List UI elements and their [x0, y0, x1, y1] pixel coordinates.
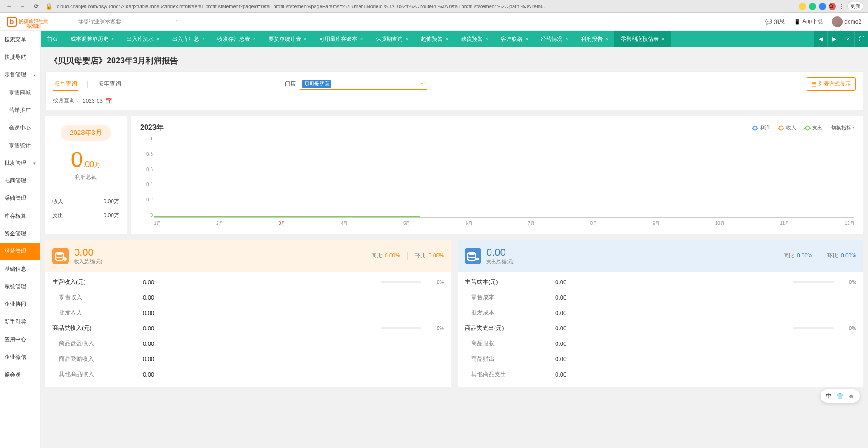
- sidebar-item[interactable]: 电商管理: [0, 172, 40, 190]
- tab[interactable]: 首页: [41, 31, 64, 47]
- tenant-name: 母婴行业演示账套: [78, 18, 121, 25]
- tab[interactable]: 要货单统计表×: [262, 31, 313, 47]
- tab[interactable]: 成本调整单历史×: [64, 31, 120, 47]
- tab-next[interactable]: ▶: [827, 31, 841, 47]
- list-icon: ▤: [811, 81, 816, 87]
- svg-point-0: [56, 252, 64, 255]
- close-icon[interactable]: ×: [445, 36, 448, 42]
- close-icon[interactable]: ×: [406, 36, 408, 42]
- close-icon[interactable]: ×: [253, 36, 255, 42]
- legend-expense[interactable]: 支出: [804, 124, 822, 131]
- sidebar-item[interactable]: 资金管理: [0, 225, 40, 243]
- messages-button[interactable]: 💬消息: [765, 18, 785, 25]
- tab[interactable]: 出入库汇总×: [166, 31, 211, 47]
- user-menu[interactable]: demo2: [832, 16, 861, 27]
- forward-icon[interactable]: →: [18, 2, 27, 11]
- tab[interactable]: 保质期查询×: [369, 31, 415, 47]
- sidebar-item[interactable]: 库存核算: [0, 207, 40, 225]
- sidebar-item[interactable]: 应用中心: [0, 331, 40, 348]
- ext-icon[interactable]: [799, 3, 806, 10]
- sidebar-item[interactable]: 快捷导航: [0, 48, 40, 66]
- app-topbar: b 畅捷通好生意 标准版 母婴行业演示账套 ﹀ 💬消息 📱App下载 demo2: [0, 13, 868, 31]
- close-icon[interactable]: ×: [156, 36, 159, 42]
- tab-bar: 首页成本调整单历史×出入库流水×出入库汇总×收发存汇总表×要货单统计表×可用量库…: [41, 31, 868, 47]
- close-icon[interactable]: ×: [111, 36, 114, 42]
- tab[interactable]: 利润报告×: [575, 31, 614, 47]
- phone-icon: 📱: [794, 19, 801, 25]
- expense-icon: [465, 248, 481, 264]
- close-icon[interactable]: ×: [360, 36, 363, 42]
- sidebar-item[interactable]: 批发管理▾: [0, 154, 40, 172]
- income-panel: 0.00 收入总额(元) 同比0.00% 环比0.00% 主营收入(元)0.00…: [45, 240, 451, 387]
- tab[interactable]: 零售利润预估表×: [614, 31, 670, 47]
- tab[interactable]: 客户联络×: [495, 31, 534, 47]
- sidebar-item[interactable]: 零售管理▴: [0, 66, 40, 84]
- store-select[interactable]: 门店 贝贝母婴店 ﹀: [285, 79, 427, 90]
- svg-point-3: [468, 252, 476, 255]
- ext-icon[interactable]: [809, 3, 816, 10]
- filter-tab-year[interactable]: 按年查询: [97, 78, 122, 91]
- sidebar-item[interactable]: 会员中心: [0, 119, 40, 137]
- sidebar-item[interactable]: 企业微信: [0, 348, 40, 366]
- tab[interactable]: 经营情况×: [534, 31, 574, 47]
- chart-line: [154, 216, 420, 217]
- caret-icon: ▴: [33, 73, 36, 77]
- tab-close-all[interactable]: ✕: [841, 31, 854, 47]
- table-row: 批发成本0.00: [465, 305, 856, 320]
- ext-menu-icon[interactable]: ⋮: [839, 3, 844, 10]
- filter-card: 按月查询 按年查询 门店 贝贝母婴店 ﹀ ▤ 列表方式显示: [45, 71, 863, 110]
- tab[interactable]: 出入库流水×: [120, 31, 165, 47]
- sidebar-item[interactable]: 企业协同: [0, 295, 40, 313]
- close-icon[interactable]: ×: [202, 36, 205, 42]
- switch-metric[interactable]: 切换指标 ›: [831, 124, 854, 131]
- sidebar-item[interactable]: 搜索菜单: [0, 31, 40, 48]
- tab[interactable]: 可用量库存账本×: [313, 31, 369, 47]
- extension-icons: ✿ ⋮ 更新: [799, 2, 863, 10]
- sidebar-item[interactable]: 零售统计: [0, 137, 40, 154]
- back-icon[interactable]: ←: [5, 2, 14, 11]
- sidebar: 搜索菜单快捷导航零售管理▴零售商城营销推广会员中心零售统计批发管理▾电商管理采购…: [0, 31, 41, 448]
- table-row: 主营收入(元)0.000%: [52, 274, 444, 290]
- sidebar-item[interactable]: 基础信息: [0, 260, 40, 278]
- ext-icon[interactable]: ✿: [829, 3, 836, 10]
- close-icon[interactable]: ×: [525, 36, 528, 42]
- legend-profit[interactable]: 利润: [752, 124, 770, 131]
- tab[interactable]: 超储预警×: [415, 31, 454, 47]
- sidebar-item[interactable]: 畅会员: [0, 366, 40, 384]
- expense-panel: 0.00 支出总额(元) 同比0.00% 环比0.00% 主营成本(元)0.00…: [458, 240, 863, 387]
- close-icon[interactable]: ×: [605, 36, 608, 42]
- url-bar[interactable]: cloud.chanjet.com/hsy/u4oor74daqxh/lole3…: [57, 4, 794, 9]
- month-query-value[interactable]: 2023-03: [83, 98, 103, 104]
- ime-widget[interactable]: 中 👕 ☻: [821, 389, 860, 403]
- sidebar-item[interactable]: 经营管理: [0, 243, 40, 260]
- close-icon[interactable]: ×: [565, 36, 568, 42]
- sidebar-item[interactable]: 系统管理: [0, 278, 40, 295]
- browser-bar: ← → ⟳ 🔒 cloud.chanjet.com/hsy/u4oor74daq…: [0, 0, 868, 13]
- download-button[interactable]: 📱App下载: [794, 18, 823, 25]
- sidebar-item[interactable]: 新手引导: [0, 313, 40, 331]
- tenant-select[interactable]: 母婴行业演示账套 ﹀: [78, 18, 181, 25]
- sidebar-item[interactable]: 采购管理: [0, 190, 40, 207]
- ext-icon[interactable]: [819, 3, 826, 10]
- sidebar-item[interactable]: 零售商城: [0, 84, 40, 101]
- list-mode-button[interactable]: ▤ 列表方式显示: [807, 77, 856, 91]
- tab[interactable]: 缺货预警×: [455, 31, 495, 47]
- month-query-label: 按月查询：: [53, 97, 80, 105]
- fullscreen-button[interactable]: ⛶: [854, 31, 868, 47]
- update-button[interactable]: 更新: [847, 2, 863, 10]
- tab[interactable]: 收发存汇总表×: [211, 31, 262, 47]
- calendar-icon[interactable]: 📅: [105, 98, 112, 104]
- expense-total-label: 支出总额(元): [486, 258, 514, 265]
- close-icon[interactable]: ×: [661, 36, 664, 42]
- reload-icon[interactable]: ⟳: [32, 2, 41, 11]
- tab-prev[interactable]: ◀: [814, 31, 827, 47]
- legend-income[interactable]: 收入: [778, 124, 796, 131]
- chart-area: 10.80.60.40.20 1月2月3月4月5月6月7月8月9月10月11月1…: [140, 136, 854, 227]
- close-icon[interactable]: ×: [486, 36, 488, 42]
- sidebar-item[interactable]: 营销推广: [0, 101, 40, 119]
- filter-tab-month[interactable]: 按月查询: [53, 78, 78, 91]
- chevron-down-icon: ﹀: [175, 18, 181, 25]
- table-row: 其他商品收入0.00: [52, 367, 444, 382]
- caret-icon: ▾: [33, 161, 36, 166]
- close-icon[interactable]: ×: [304, 36, 307, 42]
